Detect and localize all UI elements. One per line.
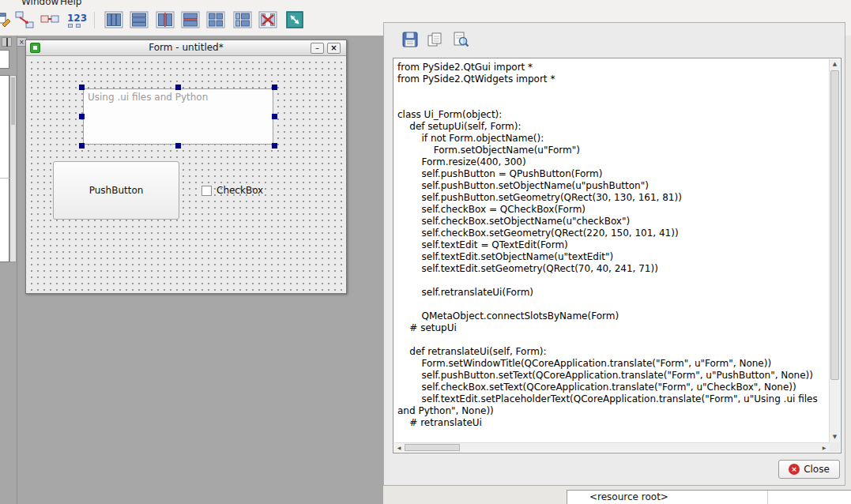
- save-icon[interactable]: [401, 30, 420, 49]
- layout-horizontal-icon[interactable]: [104, 9, 124, 30]
- widgetbox-filter-edge[interactable]: [0, 50, 9, 69]
- resource-panel-divider: [767, 491, 768, 504]
- minimize-button[interactable]: –: [311, 43, 324, 54]
- form-window-titlebar[interactable]: Form - untitled* – ×: [26, 40, 346, 56]
- widgetbox-divider: [0, 178, 9, 179]
- tab-order-glyph: 123: [67, 13, 87, 24]
- layout-horizontal-splitter-icon[interactable]: [155, 9, 175, 30]
- pushbutton-widget[interactable]: PushButton: [53, 161, 179, 220]
- dock-panel-edge: [17, 36, 17, 504]
- scrollbar-corner: [829, 442, 840, 452]
- code-view: from PySide2.QtGui import * from PySide2…: [393, 58, 842, 453]
- code-horizontal-scrollbar[interactable]: ◀ ▶: [394, 442, 829, 452]
- form-canvas[interactable]: Using .ui files and Python PushButton Ch…: [26, 57, 346, 293]
- menubar: Window Help: [0, 0, 851, 7]
- edit-tab-order-icon[interactable]: 123: [65, 9, 85, 30]
- tab-order-box2-icon: [76, 24, 81, 28]
- view-code-dialog: from PySide2.QtGui import * from PySide2…: [383, 22, 845, 486]
- break-layout-icon[interactable]: [258, 9, 278, 30]
- close-button[interactable]: ×: [327, 43, 341, 54]
- menu-help[interactable]: Help: [60, 0, 81, 7]
- layout-form-icon[interactable]: [232, 9, 253, 30]
- resource-browser: <resource root>: [567, 490, 851, 504]
- textedit-selection: Using .ui files and Python: [83, 88, 273, 145]
- scroll-up-icon[interactable]: ▲: [830, 59, 840, 70]
- qt-designer-app: Window Help 123: [0, 0, 851, 504]
- selection-handle-n[interactable]: [175, 85, 181, 90]
- checkbox-label: CheckBox: [217, 185, 263, 196]
- edit-signals-slots-icon[interactable]: [14, 9, 35, 30]
- widgetbox-panel-edge: [0, 75, 9, 262]
- form-editor-window: Form - untitled* – × Using .ui files and…: [25, 39, 347, 294]
- selection-handle-se[interactable]: [272, 143, 277, 149]
- copy-icon[interactable]: [425, 30, 444, 49]
- selection-handle-e[interactable]: [272, 114, 277, 119]
- checkbox-indicator[interactable]: [201, 186, 212, 196]
- selection-handle-ne[interactable]: [272, 85, 277, 90]
- horizontal-scrollbar-thumb[interactable]: [405, 444, 460, 451]
- dialog-close-button[interactable]: × Close: [778, 460, 840, 479]
- resource-root-item[interactable]: <resource root>: [589, 491, 668, 502]
- edit-widgets-icon[interactable]: [0, 9, 13, 30]
- selection-handle-nw[interactable]: [79, 85, 85, 90]
- form-window-title: Form - untitled*: [26, 42, 346, 53]
- selection-handle-s[interactable]: [175, 143, 181, 149]
- tab-order-box-icon: [68, 24, 73, 28]
- dock-float-icon: [6, 38, 8, 47]
- menu-window[interactable]: Window: [21, 0, 58, 7]
- layout-vertical-splitter-icon[interactable]: [180, 9, 201, 30]
- widgetbox-scrollbar-thumb[interactable]: [11, 77, 15, 125]
- dock-title-buttons: ×: [2, 37, 28, 48]
- scroll-right-icon[interactable]: ▶: [819, 443, 829, 452]
- textedit-widget[interactable]: Using .ui files and Python: [83, 88, 273, 145]
- edit-buddies-icon[interactable]: [40, 9, 60, 30]
- dock-float-button[interactable]: [2, 37, 12, 47]
- selection-handle-w[interactable]: [79, 114, 85, 119]
- close-button-label: Close: [804, 464, 830, 475]
- find-icon[interactable]: [451, 30, 470, 49]
- scroll-left-icon[interactable]: ◀: [394, 443, 404, 452]
- textedit-placeholder: Using .ui files and Python: [88, 92, 208, 103]
- code-vertical-scrollbar[interactable]: ▲ ▼: [829, 59, 840, 442]
- layout-vertical-icon[interactable]: [129, 9, 149, 30]
- widgetbox-scrollbar[interactable]: [9, 75, 17, 262]
- scroll-down-icon[interactable]: ▼: [830, 432, 840, 442]
- checkbox-widget[interactable]: CheckBox: [201, 184, 263, 197]
- generated-code[interactable]: from PySide2.QtGui import * from PySide2…: [393, 58, 829, 442]
- adjust-size-icon[interactable]: [284, 9, 305, 30]
- toolbar-separator: [94, 12, 95, 28]
- close-icon: ×: [789, 464, 800, 475]
- layout-grid-icon[interactable]: [205, 9, 226, 30]
- vertical-scrollbar-thumb[interactable]: [830, 70, 839, 380]
- selection-handle-sw[interactable]: [79, 143, 85, 149]
